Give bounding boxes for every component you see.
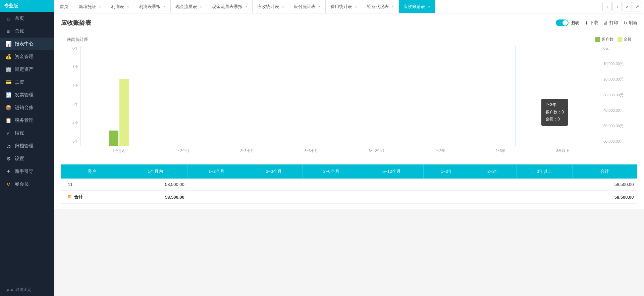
tab-aging-close[interactable]: × [428,4,430,9]
bar-group-1m [109,79,129,146]
tab-voucher-close[interactable]: × [99,4,101,9]
tax-icon: 📋 [5,117,11,124]
sidebar-item-salary[interactable]: 💳 工资 [0,76,54,89]
toggle-track[interactable] [556,19,569,26]
tab-receivable-stat-close[interactable]: × [282,4,284,9]
total-label-text: 合计 [74,194,83,199]
tab-profit-quarter-close[interactable]: × [163,4,166,9]
sidebar-item-invoice-label: 发票管理 [15,92,34,98]
tab-expense-stat[interactable]: 费用统计表 × [326,0,362,13]
tab-cashflow-quarter[interactable]: 现金流量表季报 × [207,0,253,13]
sidebar-item-settle[interactable]: ✓ 结账 [0,127,54,140]
tab-expand-btn[interactable]: ⤢ [633,2,642,11]
tab-aging-label: 应收账龄表 [404,4,425,10]
sidebar-item-settle-label: 结账 [15,130,24,136]
td-total-3yplus [517,191,573,204]
tab-receivable-stat[interactable]: 应收统计表 × [253,0,289,13]
bars-row [80,46,601,146]
table-total-row: ⊞ 合计 58,500.00 58,500.00 [61,191,637,204]
td-total-12y [423,191,470,204]
chart-body: 5个 4个 3个 2个 1个 0个 [67,46,632,153]
sidebar-item-ledger[interactable]: ≡ 总账 [0,25,54,38]
sidebar-item-settings[interactable]: ⚙ 设置 [0,152,54,165]
sidebar-item-home-label: 首页 [15,15,24,21]
tab-voucher[interactable]: 新增凭证 × [74,0,106,13]
legend-amount-label: 金额 [624,37,632,42]
sidebar-item-home[interactable]: ⌂ 首页 [0,12,54,25]
data-table: 客户 1个月内 1~2个月 2~3个月 3~6个月 6~12个月 1~2年 2~… [61,164,637,204]
y-right-40k: 40,000.00元 [603,108,624,113]
page-content: 应收账龄表 图表 ⬇ 下载 🖨 打印 [54,13,644,296]
refresh-icon: ↻ [624,20,627,26]
td-3yplus [517,179,573,191]
x-label-1m: 1个月内 [112,148,125,153]
tab-bar: 首页 新增凭证 × 利润表 × 利润表季报 × 现金流量表 × 现金流量表季报 … [54,0,644,13]
tab-profit[interactable]: 利润表 × [106,0,134,13]
legend-amount-color [618,37,622,42]
th-12y: 1~2年 [423,164,470,179]
legend-customer-count: 客户数 [595,37,613,42]
tab-prev-btn[interactable]: ‹ [602,2,612,11]
sidebar-item-tax-label: 税务管理 [15,117,34,124]
tab-profit-close[interactable]: × [127,4,129,9]
tab-aging[interactable]: 应收账龄表 × [399,0,435,13]
tab-cashflow-close[interactable]: × [200,4,202,9]
tab-payable-stat[interactable]: 应付统计表 × [289,0,326,13]
sidebar-item-archive[interactable]: 🗂 归档管理 [0,140,54,152]
x-label-3yplus: 3年以上 [556,148,569,153]
chart-toggle[interactable]: 图表 [556,19,579,26]
td-total-1m: 58,500.00 [123,191,188,204]
y-right-0: 0元 [603,46,609,51]
tab-home[interactable]: 首页 [54,0,74,13]
sidebar-item-asset[interactable]: 🏢 固定资产 [0,63,54,76]
print-btn[interactable]: 🖨 打印 [604,20,618,26]
sidebar-logo: 专业版 [0,0,54,12]
chart-title: 账龄统计图 [67,37,632,43]
x-label-23m: 2~3个月 [240,148,254,153]
tab-cashflow-label: 现金流量表 [175,4,197,10]
th-12m: 1~2个月 [188,164,245,179]
chart-plot: 2~3年 客户数：0 金额：0 1个月内 1~2个月 2~3个月 3~6个月 6… [80,46,601,153]
td-1m: 58,500.00 [123,179,188,191]
y-right-10k: 10,000.00元 [603,61,624,66]
table-row: 11 58,500.00 58,500.00 [61,179,637,191]
sidebar-item-member[interactable]: V 畅会员 [0,178,54,191]
member-icon: V [5,182,11,187]
tab-expense-stat-close[interactable]: × [355,4,357,9]
tab-cashflow-quarter-close[interactable]: × [245,4,248,9]
sidebar-item-guide[interactable]: ✦ 新手引导 [0,165,54,178]
chart-container: 账龄统计图 客户数 金额 5个 4个 3 [61,31,637,159]
refresh-btn[interactable]: ↻ 刷新 [624,20,637,26]
report-icon: 📊 [5,41,11,47]
tab-profit-quarter[interactable]: 利润表季报 × [134,0,171,13]
tab-expense-stat-label: 费用统计表 [330,4,352,10]
sidebar-item-tax[interactable]: 📋 税务管理 [0,114,54,127]
td-612m [360,179,423,191]
sidebar-item-salary-label: 工资 [15,79,24,85]
tab-cashflow-quarter-label: 现金流量表季报 [212,4,243,10]
sidebar-item-report[interactable]: 📊 报表中心 [0,38,54,50]
tab-close-all-btn[interactable]: × [623,2,632,11]
bar-1m-customers [109,131,118,146]
tab-next-btn[interactable]: › [612,2,622,11]
sidebar-item-invoice[interactable]: 🧾 发票管理 [0,89,54,101]
tab-cashflow[interactable]: 现金流量表 × [171,0,207,13]
sidebar-item-fund[interactable]: 💰 资金管理 [0,50,54,63]
td-total-23y [470,191,517,204]
x-axis-labels: 1个月内 1~2个月 2~3个月 3~6个月 6~12个月 1~2年 2~3年 … [80,146,601,153]
main-area: 首页 新增凭证 × 利润表 × 利润表季报 × 现金流量表 × 现金流量表季报 … [54,0,644,296]
tab-business[interactable]: 经营状况表 × [362,0,399,13]
td-23m [245,179,303,191]
sidebar-item-stock[interactable]: 📦 进销台账 [0,101,54,114]
total-icon: ⊞ [68,194,71,199]
td-total-36m [303,191,360,204]
sidebar-collapse-btn[interactable]: ◄◄ 取消固定 [0,284,54,296]
tab-profit-quarter-label: 利润表季报 [139,4,161,10]
tab-payable-stat-close[interactable]: × [318,4,321,9]
download-btn[interactable]: ⬇ 下载 [585,20,598,26]
download-label: 下载 [590,20,598,26]
legend-amount: 金额 [618,37,632,42]
tab-business-close[interactable]: × [391,4,394,9]
print-label: 打印 [609,20,618,26]
chart-grid: 2~3年 客户数：0 金额：0 [80,46,601,146]
